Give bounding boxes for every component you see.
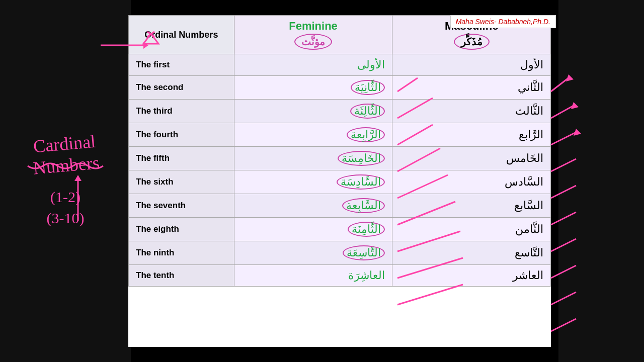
td-feminine: السَّادِسَة (234, 170, 392, 194)
td-ordinal: The third (129, 100, 234, 123)
td-masculine: الخَامس (392, 147, 551, 170)
table-body: The firstالأولىالأولThe secondالثَّانِيَ… (129, 54, 551, 287)
td-masculine: الثَّالث (392, 100, 551, 123)
td-ordinal: The first (129, 54, 234, 76)
td-ordinal: The ninth (129, 241, 234, 265)
td-ordinal: The fourth (129, 123, 234, 147)
right-panel (558, 0, 644, 362)
td-ordinal: The eighth (129, 218, 234, 241)
td-feminine: الثَّانِيَة (234, 76, 392, 100)
td-feminine: الثَّامِنَة (234, 218, 392, 241)
td-feminine: الثَّالِثَة (234, 100, 392, 123)
table-row: The thirdالثَّالِثَةالثَّالث (129, 100, 551, 123)
td-ordinal: The seventh (129, 194, 234, 218)
td-masculine: الثَّامن (392, 218, 551, 241)
table-row: The fourthالرَّابِعةالرَّابع (129, 123, 551, 147)
td-feminine: الخَامِسَة (234, 147, 392, 170)
td-feminine: السَّابِعة (234, 194, 392, 218)
table-row: The eighthالثَّامِنَةالثَّامن (129, 218, 551, 241)
td-ordinal: The tenth (129, 265, 234, 287)
td-masculine: السَّابع (392, 194, 551, 218)
td-ordinal: The fifth (129, 147, 234, 170)
th-ordinal: Ordinal Numbers (129, 16, 234, 54)
cardinal-label: Cardinal Numbers (30, 130, 100, 179)
table-row: The tenthالعاشِرَةالعاشر (129, 265, 551, 287)
td-masculine: السَّادس (392, 170, 551, 194)
table-row: The seventhالسَّابِعةالسَّابع (129, 194, 551, 218)
table-row: The secondالثَّانِيَةالثَّاني (129, 76, 551, 100)
main-content: Ordinal Numbers Feminine مؤنَّث Masculin… (128, 15, 551, 347)
td-masculine: العاشر (392, 265, 551, 287)
td-feminine: الأولى (234, 54, 392, 76)
td-feminine: الرَّابِعة (234, 123, 392, 147)
td-feminine: التَّاسِعَة (234, 241, 392, 265)
table-row: The fifthالخَامِسَةالخَامس (129, 147, 551, 170)
td-ordinal: The second (129, 76, 234, 100)
attribution: Maha Sweis- Dababneh,Ph.D. (450, 15, 556, 28)
left-panel: Cardinal Numbers (1-2) (3-10) (0, 0, 131, 362)
th-feminine: Feminine مؤنَّث (234, 16, 392, 54)
ordinal-numbers-table: Ordinal Numbers Feminine مؤنَّث Masculin… (128, 15, 551, 287)
td-feminine: العاشِرَة (234, 265, 392, 287)
td-masculine: الأول (392, 54, 551, 76)
formula-label: (1-2) (3-10) (47, 187, 85, 229)
table-row: The ninthالتَّاسِعَةالتَّاسع (129, 241, 551, 265)
td-ordinal: The sixth (129, 170, 234, 194)
table-row: The firstالأولىالأول (129, 54, 551, 76)
masculine-arabic-header: مُذَكَّر (454, 34, 490, 50)
feminine-arabic-header: مؤنَّث (294, 34, 332, 50)
table-row: The sixthالسَّادِسَةالسَّادس (129, 170, 551, 194)
td-masculine: الثَّاني (392, 76, 551, 100)
td-masculine: التَّاسع (392, 241, 551, 265)
td-masculine: الرَّابع (392, 123, 551, 147)
